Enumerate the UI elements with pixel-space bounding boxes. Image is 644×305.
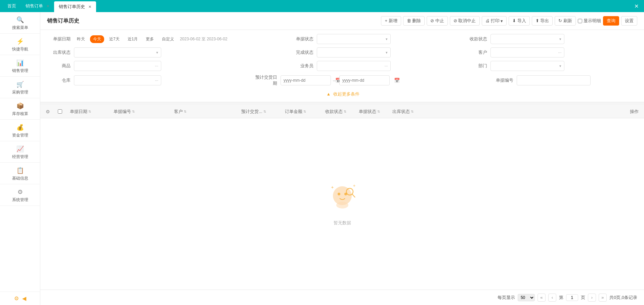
delivery-date-start-field[interactable] <box>284 78 334 83</box>
th-customer-sort-icon[interactable]: ⇅ <box>184 110 186 113</box>
th-pay-status-sort-icon[interactable]: ⇅ <box>344 110 346 113</box>
print-button[interactable]: 🖨 打印 ▾ <box>482 16 507 26</box>
th-order-num-sort-icon[interactable]: ⇅ <box>132 110 135 113</box>
customer-input[interactable]: ··· <box>490 47 564 58</box>
query-button[interactable]: 查询 <box>603 16 619 26</box>
warehouse-input-field[interactable] <box>77 78 155 83</box>
show-detail-checkbox-label[interactable]: 显示明细 <box>578 18 601 24</box>
collapse-label: 收起更多条件 <box>333 91 359 97</box>
svg-point-1 <box>336 202 348 208</box>
last-page-button[interactable]: » <box>599 294 607 302</box>
product-input-field[interactable] <box>77 64 155 68</box>
collapse-bar[interactable]: ▲ 收起更多条件 <box>47 90 637 98</box>
sidebar-item-finance[interactable]: 💰 资金管理 <box>0 120 40 141</box>
th-checkbox[interactable] <box>56 109 68 114</box>
settings-bottom-icon[interactable]: ⚙ <box>14 295 19 302</box>
delivery-date-end-calendar-icon[interactable]: 📅 <box>394 78 400 83</box>
product-more-icon[interactable]: ··· <box>155 64 158 68</box>
sidebar: 🔍 搜索菜单 ⚡ 快捷导航 📊 销售管理 🛒 采购管理 📦 库存核算 💰 资金管… <box>0 12 40 305</box>
sidebar-item-system[interactable]: ⚙ 系统管理 <box>0 184 40 206</box>
first-page-button[interactable]: « <box>538 294 546 302</box>
filter-col-date: 单据日期 昨天 今天 近7天 近1月 更多 自定义 2023-06-02 至 2… <box>47 35 290 43</box>
filter-row-1: 单据日期 昨天 今天 近7天 近1月 更多 自定义 2023-06-02 至 2… <box>47 34 637 44</box>
tab-sales-order-close[interactable]: ✕ <box>46 4 49 8</box>
tab-sales-order-history-close[interactable]: ✕ <box>88 5 91 9</box>
page-number-input[interactable] <box>566 294 578 301</box>
cancel-stop-button[interactable]: ⊘ 取消中止 <box>450 16 480 26</box>
th-amount-sort-icon[interactable]: ⇅ <box>303 110 306 113</box>
settings-button[interactable]: 设置 <box>621 16 637 26</box>
refresh-button[interactable]: ↻ 刷新 <box>555 16 576 26</box>
delivery-date-start-input[interactable]: 📅 <box>281 75 331 85</box>
select-all-checkbox[interactable] <box>58 109 62 114</box>
th-date-sort-icon[interactable]: ⇅ <box>88 110 91 113</box>
sidebar-item-quick-nav[interactable]: ⚡ 快捷导航 <box>0 34 40 55</box>
finance-icon: 💰 <box>16 124 24 131</box>
filter-col-department: 部门 ▾ <box>464 61 637 71</box>
show-detail-checkbox[interactable] <box>578 19 582 23</box>
show-detail-label: 显示明细 <box>584 18 601 24</box>
th-out-status-label: 出库状态 <box>392 109 410 115</box>
topbar-right: ✕ <box>632 2 641 10</box>
date-btn-1month[interactable]: 近1月 <box>125 35 141 43</box>
sidebar-item-purchase[interactable]: 🛒 采购管理 <box>0 77 40 98</box>
next-page-button[interactable]: › <box>588 294 596 302</box>
sidebar-item-search-menu-label: 搜索菜单 <box>12 25 28 31</box>
tab-sales-order-history[interactable]: 销售订单历史 ✕ <box>54 1 96 12</box>
table-header: ⚙ 单据日期 ⇅ 单据编号 ⇅ 客户 ⇅ 预计交货... <box>40 105 644 118</box>
department-dropdown[interactable]: ▾ <box>490 61 564 71</box>
filter-area: 单据日期 昨天 今天 近7天 近1月 更多 自定义 2023-06-02 至 2… <box>40 30 644 102</box>
customer-more-icon[interactable]: ··· <box>558 50 561 55</box>
per-page-select[interactable]: 50 100 200 <box>518 294 535 301</box>
receipt-status-dropdown[interactable]: ▾ <box>490 34 564 44</box>
quick-nav-icon: ⚡ <box>16 38 24 45</box>
voucher-no-input-field[interactable] <box>520 78 588 83</box>
tab-home[interactable]: 首页 <box>3 1 21 11</box>
date-btn-custom[interactable]: 自定义 <box>159 35 177 43</box>
collapse-sidebar-icon[interactable]: ◀ <box>22 295 26 302</box>
warehouse-more-icon[interactable]: ··· <box>155 78 158 83</box>
date-btn-today[interactable]: 今天 <box>90 35 104 43</box>
search-menu-icon: 🔍 <box>16 16 24 24</box>
export-button[interactable]: ⬆ 导出 <box>532 16 553 26</box>
total-records-label: 共0页,0条记录 <box>609 295 637 301</box>
th-out-status-sort-icon[interactable]: ⇅ <box>411 110 414 113</box>
date-btn-7days[interactable]: 近7天 <box>106 35 123 43</box>
table-gear-icon[interactable]: ⚙ <box>46 109 50 114</box>
new-button-label: + 新增 <box>385 18 397 24</box>
delivery-date-end-field[interactable] <box>342 78 393 83</box>
product-input[interactable]: ··· <box>74 61 161 71</box>
salesperson-input[interactable]: ··· <box>317 61 391 71</box>
new-button[interactable]: + 新增 <box>381 16 401 26</box>
date-btn-more[interactable]: 更多 <box>143 35 157 43</box>
stop-button[interactable]: ⊘ 中止 <box>427 16 448 26</box>
sidebar-item-search-menu[interactable]: 🔍 搜索菜单 <box>0 12 40 34</box>
tab-sales-order[interactable]: 销售订单 ✕ <box>21 1 54 11</box>
complete-status-dropdown[interactable]: ▾ <box>317 47 391 58</box>
warehouse-input[interactable]: ··· <box>74 75 161 85</box>
th-order-status-sort-icon[interactable]: ⇅ <box>377 110 380 113</box>
prev-page-button[interactable]: ‹ <box>548 294 556 302</box>
sidebar-item-finance-label: 资金管理 <box>12 132 28 138</box>
voucher-status-dropdown[interactable]: ▾ <box>317 34 391 44</box>
date-btn-yesterday[interactable]: 昨天 <box>74 35 88 43</box>
th-delivery-sort-icon[interactable]: ⇅ <box>263 110 266 113</box>
import-button[interactable]: ⬇ 导入 <box>509 16 530 26</box>
out-status-dropdown[interactable]: ▾ <box>74 47 161 58</box>
print-button-label: 🖨 打印 <box>485 18 500 24</box>
window-close-button[interactable]: ✕ <box>632 2 641 10</box>
sidebar-item-basic-info[interactable]: 📋 基础信息 <box>0 163 40 184</box>
sidebar-item-sales[interactable]: 📊 销售管理 <box>0 55 40 77</box>
sidebar-item-inventory[interactable]: 📦 库存核算 <box>0 98 40 120</box>
th-settings[interactable]: ⚙ <box>44 109 56 114</box>
delivery-date-end-input[interactable]: 📅 <box>339 75 390 85</box>
salesperson-input-field[interactable] <box>320 64 384 68</box>
delete-button[interactable]: 🗑 删除 <box>403 16 425 26</box>
customer-input-field[interactable] <box>493 50 558 55</box>
voucher-date-label: 单据日期 <box>47 36 74 42</box>
salesperson-more-icon[interactable]: ··· <box>384 64 388 68</box>
voucher-no-input[interactable] <box>517 75 591 85</box>
sidebar-item-operations[interactable]: 📈 经营管理 <box>0 141 40 163</box>
filter-col-customer: 客户 ··· <box>464 47 637 58</box>
th-customer-label: 客户 <box>174 109 183 115</box>
